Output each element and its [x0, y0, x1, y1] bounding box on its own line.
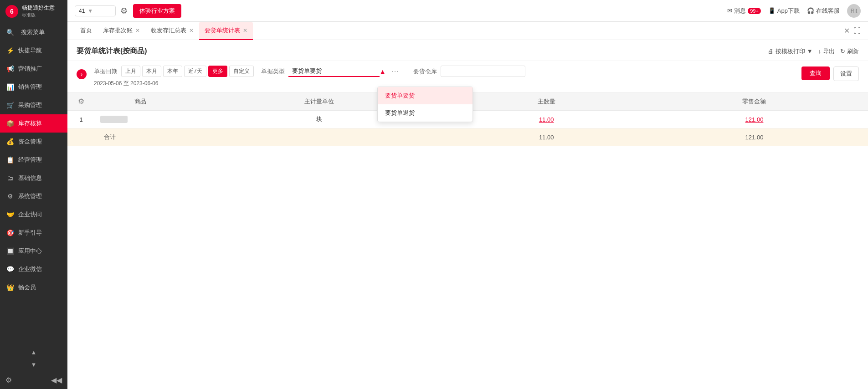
print-arrow: ▼ [807, 48, 813, 55]
warehouse-filter-group: 要货仓库 [406, 66, 525, 77]
total-label: 合计 [95, 128, 186, 146]
sidebar-logo: 6 畅捷通好生意 标准版 [0, 0, 67, 23]
app-sub: 标准版 [22, 12, 55, 18]
date-btn-prev-month[interactable]: 上月 [121, 66, 140, 77]
date-label: 单据日期 [94, 67, 118, 76]
tab-fullscreen[interactable]: ⛶ [853, 27, 861, 35]
sidebar-item-8[interactable]: ⚙系统管理 [0, 187, 67, 205]
th-settings[interactable]: ⚙ [67, 92, 95, 111]
th-amount: 零售金额 [641, 92, 868, 111]
sidebar-item-12[interactable]: 💬企业微信 [0, 260, 67, 278]
sidebar-item-9[interactable]: 🤝企业协同 [0, 205, 67, 224]
tab-stock-batch[interactable]: 库存批次账 ✕ [98, 22, 145, 40]
sidebar-item-1[interactable]: 📢营销推广 [0, 60, 67, 78]
message-btn[interactable]: ✉ 消息 99+ [727, 7, 761, 15]
app-download-btn[interactable]: 📱 App下载 [768, 7, 800, 15]
tab-home-label: 首页 [80, 26, 92, 35]
sidebar-footer: ⚙ ◀◀ [0, 371, 67, 389]
refresh-icon: ↻ [840, 48, 845, 55]
date-filter-group: 单据日期 上月 本月 本年 近7天 更多 自定义 [94, 66, 254, 77]
qty-cell[interactable]: 11.00 [452, 111, 641, 128]
collapse-icon[interactable]: ◀◀ [51, 376, 62, 384]
app-name: 畅捷通好生意 [22, 5, 55, 12]
date-btn-custom[interactable]: 自定义 [229, 66, 254, 77]
message-icon: ✉ [727, 7, 732, 14]
nav-icon-3: 🛒 [5, 101, 15, 110]
filter-action-btns: 查询 设置 [801, 66, 859, 81]
topbar-right: ✉ 消息 99+ 📱 App下载 🎧 在线客服 Rit [727, 4, 861, 18]
nav-icon-0: ⚡ [5, 46, 15, 55]
store-name: 41 [79, 8, 85, 14]
sidebar-item-0[interactable]: ⚡快捷导航 [0, 41, 67, 60]
nav-icon-5: 💰 [5, 137, 15, 146]
settings-icon[interactable]: ⚙ [5, 376, 12, 384]
tab-order-summary-close[interactable]: ✕ [243, 27, 247, 34]
sidebar-item-6[interactable]: 📋经营管理 [0, 151, 67, 169]
store-arrow: ▼ [87, 8, 93, 14]
sidebar-item-10[interactable]: 🎯新手引导 [0, 224, 67, 242]
print-label: 按模板打印 [776, 47, 805, 56]
sidebar-item-2[interactable]: 📊销售管理 [0, 78, 67, 96]
total-qty: 11.00 [452, 128, 641, 146]
sidebar-item-11[interactable]: 🔲应用中心 [0, 242, 67, 260]
type-more-btn[interactable]: ⋯ [391, 67, 399, 76]
column-settings-icon[interactable]: ⚙ [78, 97, 84, 105]
export-btn[interactable]: ↓ 导出 [818, 47, 835, 56]
sidebar-item-5[interactable]: 💰资金管理 [0, 133, 67, 151]
sidebar-nav: 🔍 搜索菜单 ⚡快捷导航📢营销推广📊销售管理🛒采购管理📦库存核算💰资金管理📋经营… [0, 23, 67, 346]
filter-bar: › 单据日期 上月 本月 本年 近7天 更多 自定义 2023-05-06 至 … [67, 61, 868, 92]
date-btn-7days[interactable]: 近7天 [184, 66, 206, 77]
sidebar-item-3[interactable]: 🛒采购管理 [0, 96, 67, 114]
message-label: 消息 [734, 7, 746, 15]
dropdown-item-order-return[interactable]: 要货单退货 [378, 104, 473, 122]
refresh-btn[interactable]: ↻ 刷新 [840, 47, 859, 56]
sidebar-item-7[interactable]: 🗂基础信息 [0, 169, 67, 187]
dropdown-item-order-goods[interactable]: 要货单要货 [378, 87, 473, 104]
sidebar-item-4[interactable]: 📦库存核算 [0, 114, 67, 133]
nav-icon-11: 🔲 [5, 246, 15, 256]
warehouse-input[interactable] [441, 66, 525, 77]
app-icon: 📱 [768, 7, 776, 14]
content-area: 要货单统计表(按商品) 🖨 按模板打印 ▼ ↓ 导出 ↻ 刷新 › [67, 40, 868, 389]
date-btn-more[interactable]: 更多 [208, 66, 227, 77]
tabs-right: ✕ ⛶ [844, 26, 861, 35]
service-icon: 🎧 [807, 7, 814, 14]
sidebar-item-13[interactable]: 👑畅会员 [0, 278, 67, 297]
tab-collect-summary-close[interactable]: ✕ [189, 27, 194, 34]
sidebar-scroll-down[interactable]: ▼ [0, 358, 67, 371]
user-avatar[interactable]: Rit [847, 4, 861, 18]
sidebar-search[interactable]: 🔍 搜索菜单 [0, 23, 67, 41]
tab-close-all[interactable]: ✕ [844, 26, 850, 35]
store-selector[interactable]: 41 ▼ [75, 5, 116, 16]
total-amount: 121.00 [641, 128, 868, 146]
main-area: 41 ▼ ⚙ 体验行业方案 ✉ 消息 99+ 📱 App下载 🎧 在线客服 Ri… [67, 0, 868, 389]
nav-icon-7: 🗂 [5, 174, 15, 183]
print-btn[interactable]: 🖨 按模板打印 ▼ [768, 47, 813, 56]
warehouse-label: 要货仓库 [413, 67, 437, 76]
tab-stock-batch-close[interactable]: ✕ [135, 27, 140, 34]
topbar-left: 41 ▼ ⚙ 体验行业方案 [75, 4, 727, 18]
date-buttons: 上月 本月 本年 近7天 更多 自定义 [121, 66, 254, 77]
tab-home[interactable]: 首页 [75, 22, 98, 40]
filter-expand-btn[interactable]: › [77, 69, 87, 79]
nav-icon-4: 📦 [5, 119, 15, 128]
query-button[interactable]: 查询 [801, 67, 830, 80]
filter-settings-button[interactable]: 设置 [833, 67, 859, 81]
nav-icon-2: 📊 [5, 82, 15, 92]
topbar: 41 ▼ ⚙ 体验行业方案 ✉ 消息 99+ 📱 App下载 🎧 在线客服 Ri… [67, 0, 868, 22]
refresh-label: 刷新 [847, 47, 859, 56]
tab-collect-summary[interactable]: 收发存汇总表 ✕ [145, 22, 199, 40]
date-btn-this-year[interactable]: 本年 [163, 66, 182, 77]
tab-order-summary[interactable]: 要货单统计表 ✕ [199, 22, 253, 40]
tab-order-summary-label: 要货单统计表 [205, 26, 240, 35]
type-select[interactable] [288, 66, 380, 77]
sidebar-scroll-up[interactable]: ▲ [0, 346, 67, 358]
amount-cell[interactable]: 121.00 [641, 111, 868, 128]
trial-button[interactable]: 体验行业方案 [133, 4, 181, 18]
type-select-arrow-up[interactable]: ▲ [380, 68, 386, 75]
topbar-settings-icon[interactable]: ⚙ [120, 6, 128, 16]
th-qty: 主数量 [452, 92, 641, 111]
service-btn[interactable]: 🎧 在线客服 [807, 7, 840, 15]
date-btn-this-month[interactable]: 本月 [142, 66, 161, 77]
product-img [100, 116, 128, 123]
